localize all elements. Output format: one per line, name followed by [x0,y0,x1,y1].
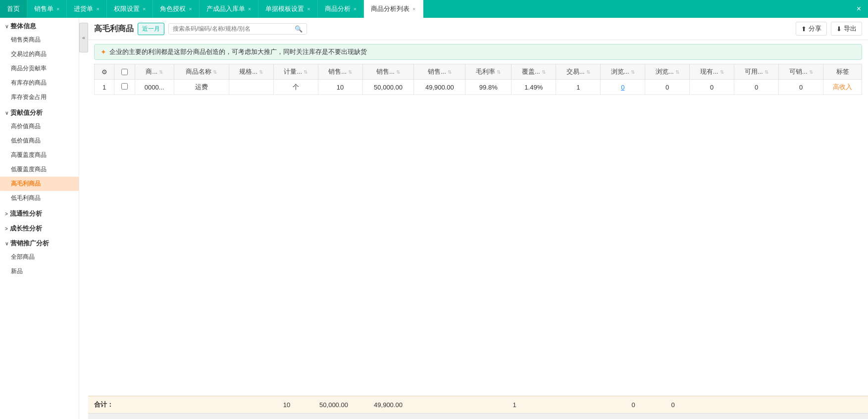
row-checkbox-0[interactable] [121,83,128,90]
sidebar-item-0-3[interactable]: 有库存的商品 [0,76,79,90]
horizontal-scrollbar[interactable] [88,413,868,419]
sidebar: ∨整体信息销售类商品交易过的商品商品分贡献率有库存的商品库存资金占用∨贡献值分析… [0,18,79,419]
col-header-available_stock[interactable]: 可用...⇅ [734,64,779,80]
top-navigation: 首页销售单×进货单×权限设置×角色授权×产成品入库单×单据模板设置×商品分析×商… [0,0,868,18]
sidebar-item-1-5[interactable]: 低毛利商品 [0,191,79,205]
nav-tab-8[interactable]: 商品分析列表× [364,0,423,18]
sidebar-group-2[interactable]: >流通性分析 [0,205,79,220]
sidebar-item-4-0[interactable]: 全部商品 [0,250,79,264]
col-header-code[interactable]: 商...⇅ [135,64,174,80]
footer-sales-amount: 50,000.00 [311,401,356,409]
cell-transaction: 1 [556,80,601,95]
nav-tab-close-2[interactable]: × [96,6,99,12]
col-header-transaction[interactable]: 交易...⇅ [556,64,601,80]
nav-tab-2[interactable]: 进货单× [67,0,106,18]
cell-name: 运费 [174,80,229,95]
sidebar-item-0-1[interactable]: 交易过的商品 [0,47,79,61]
footer-transaction: 1 [500,401,529,409]
cell-checkbox[interactable] [114,80,135,95]
nav-tab-3[interactable]: 权限设置× [107,0,153,18]
nav-tab-6[interactable]: 单据模板设置× [258,0,317,18]
cell-spec [229,80,273,95]
window-close-button[interactable]: × [850,0,868,18]
nav-tab-1[interactable]: 销售单× [27,0,67,18]
filter-recent-month-button[interactable]: 近一月 [138,23,164,35]
search-box: 🔍 [168,23,307,35]
nav-tab-close-7[interactable]: × [354,6,357,12]
content-area: 高毛利商品 近一月 🔍 ⬆ 分享 ⬇ 导出 ✦ 企业的主要 [88,18,868,419]
share-button[interactable]: ⬆ 分享 [796,22,827,36]
col-header-tag: 标签 [823,64,862,80]
col-header-checkbox [114,64,135,80]
col-header-unit[interactable]: 计量...⇅ [273,64,318,80]
col-header-name[interactable]: 商品名称⇅ [174,64,229,80]
col-header-sales_count[interactable]: 销售...⇅ [318,64,362,80]
export-icon: ⬇ [836,25,842,33]
cell-current_stock: 0 [690,80,734,95]
nav-tab-4[interactable]: 角色授权× [153,0,199,18]
sidebar-group-1[interactable]: ∨贡献值分析 [0,104,79,119]
sidebar-group-0[interactable]: ∨整体信息 [0,18,79,33]
search-input[interactable] [173,25,295,32]
cell-sales_count: 10 [318,80,362,95]
nav-tab-close-5[interactable]: × [248,6,251,12]
search-icon[interactable]: 🔍 [295,25,303,33]
col-header-browse1[interactable]: 浏览...⇅ [601,64,645,80]
col-header-coverage[interactable]: 覆盖...⇅ [511,64,556,80]
cell-sales_profit: 49,900.00 [414,80,465,95]
sidebar-item-0-0[interactable]: 销售类商品 [0,33,79,47]
footer-sales-profit: 49,900.00 [366,401,410,409]
footer-available-stock: 0 [658,401,688,409]
cell-coverage: 1.49% [511,80,556,95]
footer-sales-count: 10 [272,401,302,409]
col-header-spec[interactable]: 规格...⇅ [229,64,273,80]
cell-code: 0000... [135,80,174,95]
sidebar-item-1-4[interactable]: 高毛利商品 [0,177,79,191]
nav-tab-0[interactable]: 首页 [0,0,27,18]
data-table: ⚙商...⇅商品名称⇅规格...⇅计量...⇅销售...⇅销售...⇅销售...… [94,64,862,95]
table-container: ⚙商...⇅商品名称⇅规格...⇅计量...⇅销售...⇅销售...⇅销售...… [88,64,868,396]
sidebar-item-1-0[interactable]: 高价值商品 [0,119,79,134]
sidebar-item-4-1[interactable]: 新品 [0,264,79,279]
footer-totals-bar: 合计： 10 50,000.00 49,900.00 1 0 0 [88,396,868,413]
sidebar-item-0-4[interactable]: 库存资金占用 [0,90,79,104]
sidebar-group-3[interactable]: >成长性分析 [0,220,79,235]
cell-available_stock: 0 [734,80,779,95]
col-header-browse2[interactable]: 浏览...⇅ [645,64,690,80]
nav-tab-close-4[interactable]: × [189,6,192,12]
sidebar-item-0-2[interactable]: 商品分贡献率 [0,61,79,76]
tip-bar: ✦ 企业的主要的利润都是这部分商品创造的，可考虑加大推广，同时关注库存是不要出现… [94,44,862,60]
col-header-sales_amount[interactable]: 销售...⇅ [362,64,414,80]
sidebar-item-1-1[interactable]: 低价值商品 [0,134,79,148]
content-header: 高毛利商品 近一月 🔍 ⬆ 分享 ⬇ 导出 [88,18,868,40]
cell-browse1[interactable]: 0 [601,80,645,95]
sidebar-item-1-2[interactable]: 高覆盖度商品 [0,148,79,162]
nav-tab-close-6[interactable]: × [307,6,310,12]
tip-icon: ✦ [101,48,106,56]
sidebar-collapse-button[interactable]: « [79,23,88,52]
col-header-saleable_stock[interactable]: 可销...⇅ [779,64,823,80]
cell-browse2: 0 [645,80,690,95]
footer-label: 合计： [94,400,113,409]
nav-tab-close-1[interactable]: × [56,6,59,12]
cell-sales_amount: 50,000.00 [362,80,414,95]
nav-tab-close-8[interactable]: × [412,6,415,12]
tip-text: 企业的主要的利润都是这部分商品创造的，可考虑加大推广，同时关注库存是不要出现缺货 [109,47,367,56]
sidebar-group-4[interactable]: ∨营销推广分析 [0,235,79,250]
col-header-sales_profit[interactable]: 销售...⇅ [414,64,465,80]
table-row[interactable]: 10000...运费个1050,000.0049,900.0099.8%1.49… [95,80,862,95]
col-header-gross_margin[interactable]: 毛利率⇅ [465,64,511,80]
col-header-current_stock[interactable]: 现有...⇅ [690,64,734,80]
export-button[interactable]: ⬇ 导出 [831,22,862,36]
cell-tag: 高收入 [823,80,862,95]
nav-tab-7[interactable]: 商品分析× [318,0,364,18]
col-header-settings: ⚙ [95,64,114,80]
cell-unit: 个 [273,80,318,95]
select-all-checkbox[interactable] [121,69,128,75]
share-icon: ⬆ [801,25,807,33]
sidebar-item-1-3[interactable]: 低覆盖度商品 [0,162,79,177]
cell-rowNum: 1 [95,80,114,95]
nav-tab-close-3[interactable]: × [143,6,146,12]
nav-tab-5[interactable]: 产成品入库单× [200,0,258,18]
footer-current-stock: 0 [618,401,648,409]
